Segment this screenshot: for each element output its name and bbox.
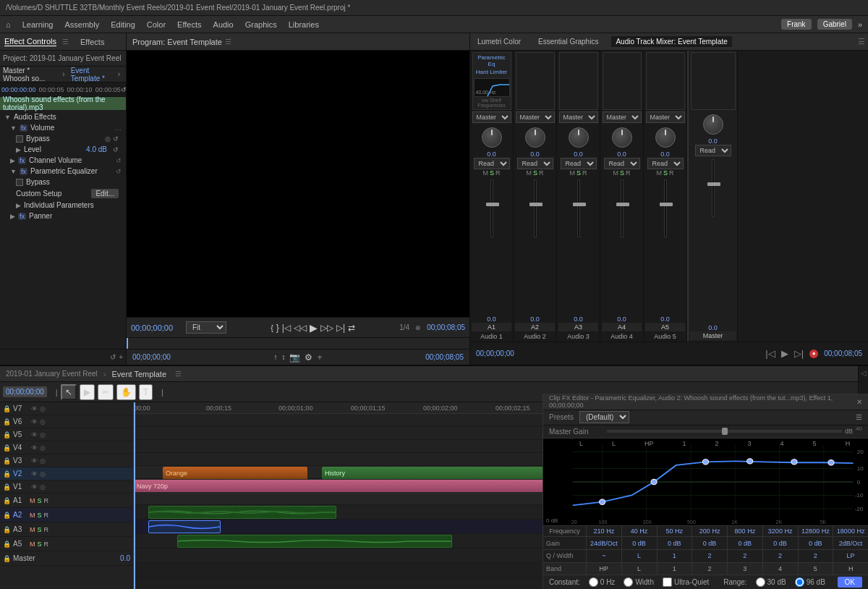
a1-lock[interactable]: 🔒: [3, 497, 11, 504]
ch-master-read[interactable]: Read: [695, 145, 731, 156]
mark-out-button[interactable]: }: [276, 323, 279, 333]
ch-master-knob[interactable]: [703, 114, 723, 135]
master-gain-slider[interactable]: [607, 430, 842, 433]
tab-lumetri[interactable]: Lumetri Color: [473, 36, 525, 47]
a1-r[interactable]: R: [44, 497, 49, 504]
nav-color[interactable]: Color: [147, 20, 166, 29]
ch-a2-s-btn[interactable]: S: [533, 169, 537, 177]
ch-a1-s-btn[interactable]: S: [490, 169, 494, 177]
program-menu[interactable]: ☰: [225, 38, 231, 46]
band-2[interactable]: 2: [692, 563, 728, 575]
extract-button[interactable]: ↕: [281, 352, 285, 363]
settings-button[interactable]: ⚙: [305, 352, 312, 363]
v4-vis[interactable]: 👁: [31, 444, 38, 452]
nav-assembly[interactable]: Assembly: [64, 20, 99, 29]
a1-audio-clip[interactable]: [148, 506, 336, 519]
ch-a3-m-btn[interactable]: M: [569, 169, 575, 177]
v3-mute[interactable]: ◎: [40, 457, 46, 465]
user-frank[interactable]: Frank: [781, 19, 812, 30]
a3-m[interactable]: M: [30, 526, 35, 533]
ch-a3-r-btn[interactable]: R: [582, 169, 587, 177]
ch-a2-master-select[interactable]: Master: [516, 111, 555, 123]
ch-a2-m-btn[interactable]: M: [526, 169, 532, 177]
width-radio[interactable]: [624, 577, 633, 587]
eq-close-icon[interactable]: ✕: [856, 398, 862, 406]
band-HP[interactable]: HP: [587, 563, 622, 575]
ch-a4-s-btn[interactable]: S: [620, 169, 624, 177]
v1-vis[interactable]: 👁: [31, 483, 38, 491]
freq-50[interactable]: 50 Hz: [658, 526, 693, 537]
v3-lock[interactable]: 🔒: [3, 457, 11, 465]
ch-a1-master-select[interactable]: Master: [472, 111, 511, 123]
ch-a1-r-btn[interactable]: R: [495, 169, 501, 177]
playback-timecode[interactable]: 00;00;00;00: [131, 323, 183, 332]
camera-button[interactable]: 📷: [289, 352, 300, 363]
nav-learning[interactable]: Learning: [22, 20, 54, 29]
q-1[interactable]: 1: [658, 550, 693, 562]
v4-mute[interactable]: ◎: [40, 444, 46, 452]
ch-a1-m-btn[interactable]: M: [482, 169, 488, 177]
ch-a5-r-btn[interactable]: R: [669, 169, 674, 177]
ch-a3-knob[interactable]: [569, 127, 589, 148]
play-stop-button[interactable]: ▶: [310, 322, 318, 334]
tl-menu[interactable]: ☰: [175, 370, 182, 378]
gain-2db[interactable]: 2dB/Oct: [833, 537, 868, 549]
eq-menu-icon[interactable]: ☰: [856, 413, 862, 421]
v7-lock[interactable]: 🔒: [3, 405, 11, 412]
nav-home[interactable]: ⌂: [6, 20, 11, 29]
individual-params-row[interactable]: ▶ Individual Parameters: [1, 200, 124, 211]
tab-essential-graphics[interactable]: Essential Graphics: [534, 36, 603, 47]
band-L-val[interactable]: L: [622, 563, 658, 575]
peq-menu[interactable]: ↺: [116, 168, 122, 175]
eq-thumbnail[interactable]: 40.00 Hz: [474, 78, 510, 97]
ultra-quiet-option[interactable]: Ultra-Quiet: [663, 577, 709, 587]
ch-a5-fader-track[interactable]: [664, 179, 667, 237]
q-tilde[interactable]: ~: [587, 550, 622, 562]
zero-hz-radio[interactable]: [589, 577, 598, 587]
master-lock[interactable]: 🔒: [3, 555, 11, 562]
ch-a3-s-btn[interactable]: S: [576, 169, 581, 177]
ch-a3-master-select[interactable]: Master: [559, 111, 598, 123]
q-2-3[interactable]: 2: [763, 550, 799, 562]
band-1[interactable]: 1: [658, 563, 693, 575]
v2-lock[interactable]: 🔒: [3, 470, 11, 478]
band-H[interactable]: H: [833, 563, 868, 575]
razor-tool[interactable]: ✂: [98, 384, 114, 400]
step-back-button[interactable]: ◁◁: [294, 323, 307, 333]
freq-18000[interactable]: 18000 Hz: [833, 526, 868, 537]
ch-a1-knob[interactable]: [482, 127, 502, 148]
gain-24db[interactable]: 24dB/Oct: [587, 537, 622, 549]
ch-a2-r-btn[interactable]: R: [539, 169, 544, 177]
level-value[interactable]: 4.0 dB: [86, 145, 107, 153]
navy-clip[interactable]: Navy 720p: [134, 480, 590, 493]
v7-vis[interactable]: 👁: [31, 405, 38, 412]
q-2-2[interactable]: 2: [728, 550, 763, 562]
peq-bypass-checkbox[interactable]: [16, 179, 23, 186]
width-option[interactable]: Width: [624, 577, 654, 587]
add-icon[interactable]: +: [119, 353, 123, 361]
master-gain-handle[interactable]: [722, 428, 728, 435]
ch-a1-fader-track[interactable]: [490, 179, 493, 237]
add-panel-button[interactable]: +: [317, 352, 322, 363]
fit-select[interactable]: Fit 25% 50% 100%: [186, 321, 226, 334]
ch-a4-knob[interactable]: [612, 127, 632, 148]
volume-menu[interactable]: …: [115, 124, 122, 132]
zoom-icon[interactable]: ⊕: [415, 324, 421, 331]
ch-a2-fader-track[interactable]: [534, 179, 537, 237]
goto-in-button[interactable]: |◁: [282, 323, 291, 333]
text-tool[interactable]: T: [139, 384, 153, 400]
freq-40[interactable]: 40 Hz: [622, 526, 658, 537]
a3-lock[interactable]: 🔒: [3, 526, 11, 533]
band-4[interactable]: 4: [763, 563, 799, 575]
tab-effect-controls[interactable]: Effect Controls: [4, 37, 56, 46]
range-96-option[interactable]: 96 dB: [795, 577, 825, 587]
ch-master-fader-handle[interactable]: [707, 182, 720, 186]
v4-lock[interactable]: 🔒: [3, 444, 11, 452]
fx1-label[interactable]: Parametric Eq: [475, 54, 509, 67]
ch-a5-s-btn[interactable]: S: [663, 169, 668, 177]
loop-button[interactable]: ⇄: [348, 323, 355, 333]
v1-mute[interactable]: ◎: [40, 483, 46, 491]
v7-mute[interactable]: ◎: [40, 405, 46, 412]
freq-3200[interactable]: 3200 Hz: [763, 526, 799, 537]
freq-210[interactable]: 210 Hz: [587, 526, 622, 537]
